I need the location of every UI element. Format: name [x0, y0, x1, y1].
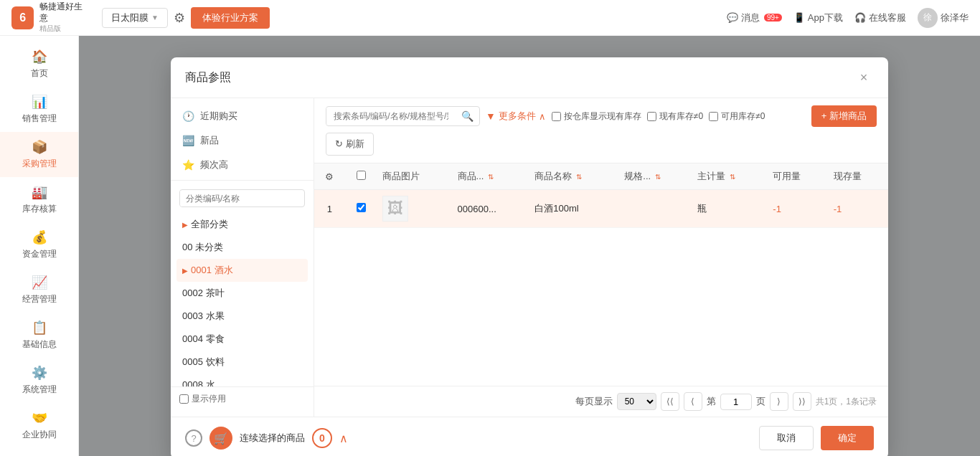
product-table-area: ⚙ 商品图片 商品... ⇅ 商品名称 ⇅ 规格... ⇅ 主计量 ⇅ 可用量 — [314, 163, 888, 386]
per-page-label: 每页显示 — [575, 395, 613, 408]
finance-icon: 💰 — [32, 229, 47, 245]
category-alcohol[interactable]: ▶ 0001 酒水 — [176, 259, 308, 282]
product-search-btn[interactable]: 🔍 — [456, 107, 479, 125]
nav-selector[interactable]: 日太阳膜 ▼ — [102, 8, 168, 28]
available-stock-check[interactable] — [647, 112, 656, 121]
home-icon: 🏠 — [32, 49, 47, 65]
last-page-btn[interactable]: ⟩⟩ — [793, 392, 811, 411]
row-stock: -1 — [828, 190, 888, 228]
first-page-btn[interactable]: ⟨⟨ — [661, 392, 679, 411]
quick-item-frequent[interactable]: ⭐ 频次高 — [171, 153, 314, 177]
category-search-input[interactable] — [180, 191, 299, 206]
recent-icon: 🕐 — [182, 110, 194, 122]
row-checkbox[interactable] — [345, 190, 377, 228]
col-name: 商品名称 ⇅ — [529, 163, 618, 190]
trial-btn[interactable]: 体验行业方案 — [191, 7, 270, 29]
category-drinks[interactable]: 0005 饮料 — [176, 351, 308, 374]
modal-body: 🕐 近期购买 🆕 新品 ⭐ 频次高 — [171, 98, 888, 417]
sidebar-item-operations[interactable]: 📈 经营管理 — [0, 267, 78, 313]
col-image: 商品图片 — [377, 163, 451, 190]
continuous-label: 连续选择的商品 — [240, 432, 305, 445]
logo-sub: 精品版 — [39, 24, 90, 34]
warehouse-stock-check[interactable] — [552, 112, 561, 121]
logo-text: 畅捷通好生意 — [39, 1, 90, 24]
category-tea[interactable]: 0002 茶叶 — [176, 282, 308, 305]
basics-icon: 📋 — [32, 320, 47, 336]
frequent-icon: ⭐ — [182, 159, 194, 171]
avatar: 徐 — [918, 8, 938, 28]
sidebar-item-enterprise[interactable]: 🤝 企业协同 — [0, 403, 78, 448]
category-uncategorized[interactable]: 00 未分类 — [176, 236, 308, 259]
page-label: 第 — [707, 395, 716, 408]
messages-btn[interactable]: 💬 消息 99+ — [727, 11, 782, 24]
prev-page-btn[interactable]: ⟨ — [684, 392, 702, 411]
product-search-bar: 🔍 — [326, 106, 480, 126]
sidebar-item-finance[interactable]: 💰 资金管理 — [0, 222, 78, 267]
app-download-btn[interactable]: 📱 App下载 — [793, 11, 843, 24]
mobile-icon: 📱 — [793, 12, 805, 23]
sidebar-item-inventory[interactable]: 🏭 库存核算 — [0, 177, 78, 222]
messages-badge: 99+ — [764, 14, 782, 22]
sidebar-item-sales[interactable]: 📊 销售管理 — [0, 87, 78, 132]
quick-access-panel: 🕐 近期购买 🆕 新品 ⭐ 频次高 — [171, 104, 314, 177]
product-img: 🖼 — [382, 196, 408, 222]
online-service-btn[interactable]: 🎧 在线客服 — [854, 11, 906, 24]
add-product-btn[interactable]: + 新增商品 — [811, 105, 877, 127]
quick-item-recent[interactable]: 🕐 近期购买 — [171, 104, 314, 128]
sidebar-item-basics[interactable]: 📋 基础信息 — [0, 313, 78, 358]
category-search-btn[interactable]: 🔍 — [299, 190, 305, 206]
left-panel: 🕐 近期购买 🆕 新品 ⭐ 频次高 — [171, 98, 314, 417]
product-search-input[interactable] — [326, 108, 456, 125]
next-page-btn[interactable]: ⟩ — [770, 392, 788, 411]
sidebar: 🏠 首页 📊 销售管理 📦 采购管理 🏭 库存核算 💰 资金管理 📈 经营管理 … — [0, 36, 79, 456]
col-spec: 规格... ⇅ — [618, 163, 692, 190]
collapse-footer-btn[interactable]: ∧ — [339, 432, 348, 445]
settings-icon[interactable]: ⚙ — [168, 6, 191, 29]
table-row[interactable]: 1 🖼 000600... 白酒100ml 瓶 -1 -1 — [314, 190, 888, 228]
show-disabled-check[interactable] — [179, 394, 189, 404]
usable-stock-check[interactable] — [709, 112, 718, 121]
headset-icon: 🎧 — [854, 12, 866, 23]
operations-icon: 📈 — [32, 275, 47, 290]
arrow-icon: ▶ — [182, 221, 188, 229]
page-of-label: 页 — [756, 395, 765, 408]
sidebar-item-system[interactable]: ⚙️ 系统管理 — [0, 358, 78, 403]
confirm-btn[interactable]: 确定 — [821, 426, 874, 450]
check-usable-stock[interactable]: 可用库存≠0 — [709, 110, 765, 123]
check-warehouse-stock[interactable]: 按仓库显示现有库存 — [552, 110, 641, 123]
enterprise-icon: 🤝 — [32, 410, 47, 426]
category-snacks[interactable]: 0004 零食 — [176, 328, 308, 351]
category-all[interactable]: ▶ 全部分类 — [176, 213, 308, 236]
category-fruit[interactable]: 0003 水果 — [176, 305, 308, 328]
close-btn[interactable]: × — [854, 67, 874, 87]
row-code: 000600... — [452, 190, 529, 228]
nav-arrow-icon: ▼ — [151, 14, 159, 22]
check-available-stock[interactable]: 现有库存≠0 — [647, 110, 703, 123]
col-available: 可用量 — [767, 163, 827, 190]
category-list: ▶ 全部分类 00 未分类 ▶ 0001 酒水 0002 茶 — [171, 213, 314, 386]
category-water[interactable]: 0008 水 — [176, 374, 308, 386]
purchase-icon: 📦 — [32, 139, 47, 155]
help-icon[interactable]: ? — [185, 429, 202, 447]
sidebar-item-guide[interactable]: 📖 新手引导 — [0, 448, 78, 456]
select-all-check[interactable] — [357, 171, 366, 180]
cart-icon[interactable]: 🛒 — [209, 427, 232, 450]
per-page-select[interactable]: 50 10 20 100 — [617, 393, 656, 410]
sidebar-item-purchase[interactable]: 📦 采购管理 — [0, 132, 78, 177]
cancel-btn[interactable]: 取消 — [759, 426, 814, 450]
quick-item-new[interactable]: 🆕 新品 — [171, 128, 314, 153]
col-settings[interactable]: ⚙ — [314, 163, 345, 190]
row-unit: 瓶 — [692, 190, 767, 228]
user-menu[interactable]: 徐 徐泽华 — [918, 8, 969, 28]
product-table: ⚙ 商品图片 商品... ⇅ 商品名称 ⇅ 规格... ⇅ 主计量 ⇅ 可用量 — [314, 163, 888, 228]
show-disabled-checkbox[interactable]: 显示停用 — [179, 393, 226, 405]
right-panel: 🔍 ▼ 更多条件 ∧ 按仓库显示现有库存 — [314, 98, 888, 417]
refresh-btn[interactable]: ↻ 刷新 — [326, 133, 374, 156]
col-code: 商品... ⇅ — [452, 163, 529, 190]
product-toolbar: 🔍 ▼ 更多条件 ∧ 按仓库显示现有库存 — [314, 98, 888, 163]
category-search-bar: 🔍 — [179, 189, 305, 207]
filter-btn[interactable]: ▼ 更多条件 ∧ — [486, 110, 546, 123]
row-name: 白酒100ml — [529, 190, 618, 228]
page-input[interactable] — [720, 394, 752, 410]
sidebar-item-home[interactable]: 🏠 首页 — [0, 42, 78, 87]
